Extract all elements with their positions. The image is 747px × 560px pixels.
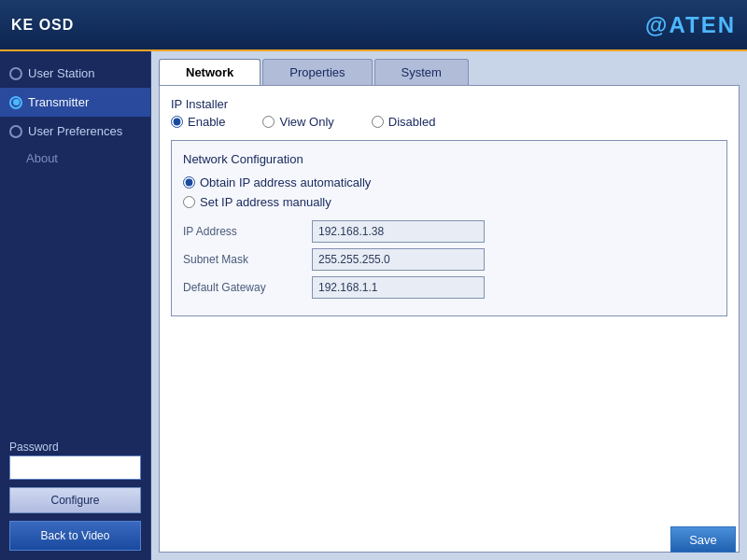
sidebar: User Station Transmitter User Preference… xyxy=(0,51,151,560)
subnet-mask-input[interactable] xyxy=(312,248,485,271)
ip-manual-option[interactable]: Set IP address manually xyxy=(183,195,715,209)
sidebar-bottom: Password Configure Back to Video xyxy=(0,431,150,560)
tab-system[interactable]: System xyxy=(374,59,469,85)
sidebar-item-user-preferences[interactable]: User Preferences xyxy=(0,117,150,146)
enable-radio[interactable] xyxy=(171,116,183,128)
user-station-radio xyxy=(9,67,22,80)
sidebar-label-user-preferences: User Preferences xyxy=(28,124,122,138)
header: KE OSD @ATEN xyxy=(0,0,747,51)
ip-address-label: IP Address xyxy=(183,225,304,238)
network-config-title: Network Configuration xyxy=(183,152,715,166)
ip-installer-options: Enable View Only Disabled xyxy=(171,115,727,129)
app-title: KE OSD xyxy=(11,17,74,34)
tab-bar: Network Properties System xyxy=(151,51,747,85)
about-label: About xyxy=(26,151,58,165)
subnet-mask-label: Subnet Mask xyxy=(183,253,304,266)
save-button[interactable]: Save xyxy=(670,526,736,553)
back-to-video-button[interactable]: Back to Video xyxy=(9,521,141,551)
transmitter-radio xyxy=(9,96,22,109)
ip-address-input[interactable] xyxy=(312,220,485,243)
ip-manual-radio[interactable] xyxy=(183,196,195,208)
ip-mode-options: Obtain IP address automatically Set IP a… xyxy=(183,175,715,209)
ip-auto-option[interactable]: Obtain IP address automatically xyxy=(183,175,715,189)
content-area: Network Properties System IP Installer E… xyxy=(151,51,747,560)
ip-auto-radio[interactable] xyxy=(183,176,195,189)
ip-installer-disabled[interactable]: Disabled xyxy=(372,115,436,129)
sidebar-label-transmitter: Transmitter xyxy=(28,95,89,109)
sidebar-label-user-station: User Station xyxy=(28,66,95,80)
tab-properties[interactable]: Properties xyxy=(262,59,372,85)
disabled-radio[interactable] xyxy=(372,116,384,128)
disabled-label: Disabled xyxy=(388,115,436,129)
ip-installer-title: IP Installer xyxy=(171,97,727,111)
configure-button[interactable]: Configure xyxy=(9,487,141,513)
subnet-mask-row: Subnet Mask xyxy=(183,248,715,271)
sidebar-item-about[interactable]: About xyxy=(0,146,150,171)
ip-manual-label: Set IP address manually xyxy=(200,195,331,209)
default-gateway-row: Default Gateway xyxy=(183,276,715,299)
aten-logo: @ATEN xyxy=(645,12,736,38)
view-only-radio[interactable] xyxy=(262,116,275,128)
view-only-label: View Only xyxy=(279,115,333,129)
save-area: Save xyxy=(670,526,736,553)
password-section: Password xyxy=(9,441,141,480)
password-input[interactable] xyxy=(9,455,141,480)
default-gateway-input[interactable] xyxy=(312,276,485,299)
sidebar-item-user-station[interactable]: User Station xyxy=(0,59,150,88)
user-preferences-radio xyxy=(9,125,22,138)
password-label: Password xyxy=(9,441,141,454)
enable-label: Enable xyxy=(188,115,225,129)
ip-installer-enable[interactable]: Enable xyxy=(171,115,225,129)
ip-address-row: IP Address xyxy=(183,220,715,243)
tab-network[interactable]: Network xyxy=(159,59,261,85)
panel: IP Installer Enable View Only Disabled xyxy=(159,85,740,553)
ip-installer-view-only[interactable]: View Only xyxy=(262,115,333,129)
main-layout: User Station Transmitter User Preference… xyxy=(0,51,747,560)
sidebar-item-transmitter[interactable]: Transmitter xyxy=(0,88,150,117)
ip-installer-section: IP Installer Enable View Only Disabled xyxy=(171,97,727,129)
network-config-section: Network Configuration Obtain IP address … xyxy=(171,140,727,316)
default-gateway-label: Default Gateway xyxy=(183,281,304,294)
ip-auto-label: Obtain IP address automatically xyxy=(200,175,371,189)
